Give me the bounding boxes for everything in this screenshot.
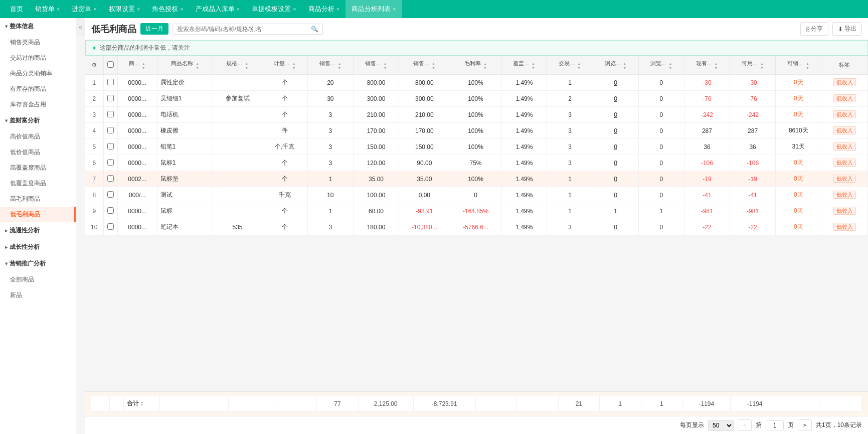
sidebar-item-in-stock[interactable]: 有库存的商品 [0, 81, 76, 97]
row-browse1[interactable]: 0 [593, 107, 638, 123]
nav-close-product-analysis-list[interactable]: × [393, 6, 396, 12]
col-name[interactable]: 商品名称 ▲▼ [157, 56, 213, 75]
page-number-input[interactable] [766, 420, 784, 430]
sidebar-item-high-margin[interactable]: 高毛利商品 [0, 191, 76, 207]
nav-close-finished-goods[interactable]: × [237, 6, 240, 12]
total-pages-label: 共1页，10条记录 [816, 421, 862, 429]
nav-template-settings[interactable]: 单据模板设置 × [246, 0, 302, 18]
col-saleable[interactable]: 可销... ▲▼ [776, 56, 821, 75]
time-filter-button[interactable]: 近一月 [140, 23, 168, 35]
sidebar-item-category-rate[interactable]: 商品分类助销率 [0, 66, 76, 81]
row-checkbox[interactable] [103, 107, 117, 123]
sidebar-item-stock-capital[interactable]: 库存资金占用 [0, 97, 76, 112]
row-checkbox[interactable] [103, 91, 117, 107]
row-checkbox[interactable] [103, 203, 117, 219]
sidebar-group-overall[interactable]: ▾ 整体信息 [0, 18, 76, 35]
sidebar-item-traded-products[interactable]: 交易过的商品 [0, 50, 76, 66]
row-gear: 3 [85, 107, 103, 123]
col-spec[interactable]: 规格... ▲▼ [213, 56, 262, 75]
sidebar-collapse-button[interactable]: « [76, 18, 85, 36]
export-button[interactable]: ⬇ 导出 [832, 22, 862, 36]
search-icon[interactable]: 🔍 [311, 26, 318, 33]
sidebar-item-low-margin[interactable]: 低毛利商品 [0, 207, 76, 222]
nav-close-purchase-order[interactable]: × [93, 6, 96, 12]
row-browse1[interactable]: 1 [593, 203, 638, 219]
sidebar-item-low-value[interactable]: 低价值商品 [0, 144, 76, 160]
nav-permission-settings[interactable]: 权限设置 × [103, 0, 146, 18]
sidebar-group-wealth[interactable]: ▾ 差财富分析 [0, 112, 76, 129]
sidebar-item-low-coverage[interactable]: 低覆盖度商品 [0, 176, 76, 191]
col-gear[interactable]: ⚙ [85, 56, 103, 75]
col-unit[interactable]: 计量... ▲▼ [262, 56, 307, 75]
select-all-checkbox[interactable] [107, 61, 114, 68]
sidebar-item-all-products[interactable]: 全部商品 [0, 272, 76, 287]
nav-role-auth[interactable]: 角色授权 × [146, 0, 189, 18]
col-gross-margin[interactable]: 毛利率 ▲▼ [450, 56, 501, 75]
row-browse1[interactable]: 0 [593, 75, 638, 91]
row-checkbox[interactable] [103, 187, 117, 203]
row-browse1[interactable]: 0 [593, 139, 638, 155]
col-browse2[interactable]: 浏览... ▲▼ [638, 56, 684, 75]
col-code[interactable]: 商... ▲▼ [117, 56, 157, 75]
row-transaction: 3 [547, 219, 593, 235]
sidebar-group-liquidity[interactable]: ▸ 流通性分析 [0, 222, 76, 239]
row-checkbox[interactable] [103, 139, 117, 155]
col-sales-price[interactable]: 销售... ▲▼ [353, 56, 399, 75]
row-name: 鼠标垫 [157, 171, 213, 187]
row-checkbox[interactable] [103, 75, 117, 91]
nav-close-role-auth[interactable]: × [180, 6, 183, 12]
nav-home[interactable]: 首页 [4, 0, 29, 18]
sidebar-item-new-products[interactable]: 新品 [0, 287, 76, 303]
row-transaction: 2 [547, 91, 593, 107]
row-sales-qty: 3 [307, 123, 353, 139]
row-available: -242 [730, 107, 776, 123]
col-sales-amount[interactable]: 销售... ▲▼ [399, 56, 450, 75]
share-button[interactable]: ⎘ 分享 [800, 22, 828, 36]
row-gross-margin: -164.85% [450, 203, 501, 219]
nav-close-template-settings[interactable]: × [293, 6, 296, 12]
row-code: 000/... [117, 187, 157, 203]
row-browse1[interactable]: 0 [593, 219, 638, 235]
row-unit: 个 [262, 155, 307, 171]
row-browse1[interactable]: 0 [593, 187, 638, 203]
sidebar-item-high-coverage[interactable]: 高覆盖度商品 [0, 160, 76, 176]
row-checkbox[interactable] [103, 155, 117, 171]
nav-sales-order[interactable]: 销货单 × [29, 0, 66, 18]
row-available: -19 [730, 171, 776, 187]
nav-purchase-order[interactable]: 进货单 × [66, 0, 102, 18]
prev-page-button[interactable]: ＜ [738, 419, 752, 431]
nav-product-analysis[interactable]: 商品分析 × [302, 0, 345, 18]
row-checkbox[interactable] [103, 123, 117, 139]
per-page-select[interactable]: 50 20 100 [708, 420, 734, 431]
col-browse1[interactable]: 浏览... ▲▼ [593, 56, 638, 75]
col-transaction[interactable]: 交易... ▲▼ [547, 56, 593, 75]
col-sales-qty[interactable]: 销售... ▲▼ [307, 56, 353, 75]
sidebar-item-sales-products[interactable]: 销售类商品 [0, 35, 76, 50]
col-available[interactable]: 可用... ▲▼ [730, 56, 776, 75]
nav-finished-goods[interactable]: 产成品入库单 × [190, 0, 246, 18]
sidebar-group-marketing[interactable]: ▾ 营销推广分析 [0, 255, 76, 272]
nav-close-sales-order[interactable]: × [57, 6, 60, 12]
next-page-button[interactable]: ＞ [798, 419, 812, 431]
main-layout: ▾ 整体信息 销售类商品 交易过的商品 商品分类助销率 有库存的商品 库存资金占… [0, 18, 868, 434]
search-input[interactable] [177, 26, 311, 33]
col-coverage[interactable]: 覆盖... ▲▼ [501, 56, 547, 75]
col-checkbox[interactable] [103, 56, 117, 75]
nav-close-permission-settings[interactable]: × [137, 6, 140, 12]
row-checkbox[interactable] [103, 219, 117, 235]
nav-product-analysis-list[interactable]: 商品分析列表 × [345, 0, 402, 18]
sidebar-item-high-value[interactable]: 高价值商品 [0, 129, 76, 144]
row-browse1[interactable]: 0 [593, 155, 638, 171]
row-browse1[interactable]: 0 [593, 91, 638, 107]
row-available: -41 [730, 187, 776, 203]
notice-text: 这部分商品的利润非常低，请关注 [100, 44, 190, 52]
row-browse1[interactable]: 0 [593, 123, 638, 139]
row-unit: 个,千克 [262, 139, 307, 155]
sidebar-group-growth[interactable]: ▸ 成长性分析 [0, 239, 76, 255]
row-gear: 7 [85, 171, 103, 187]
nav-close-product-analysis[interactable]: × [336, 6, 339, 12]
row-checkbox[interactable] [103, 171, 117, 187]
col-current-stock[interactable]: 现有... ▲▼ [684, 56, 730, 75]
row-available: -106 [730, 155, 776, 171]
row-browse1[interactable]: 0 [593, 171, 638, 187]
